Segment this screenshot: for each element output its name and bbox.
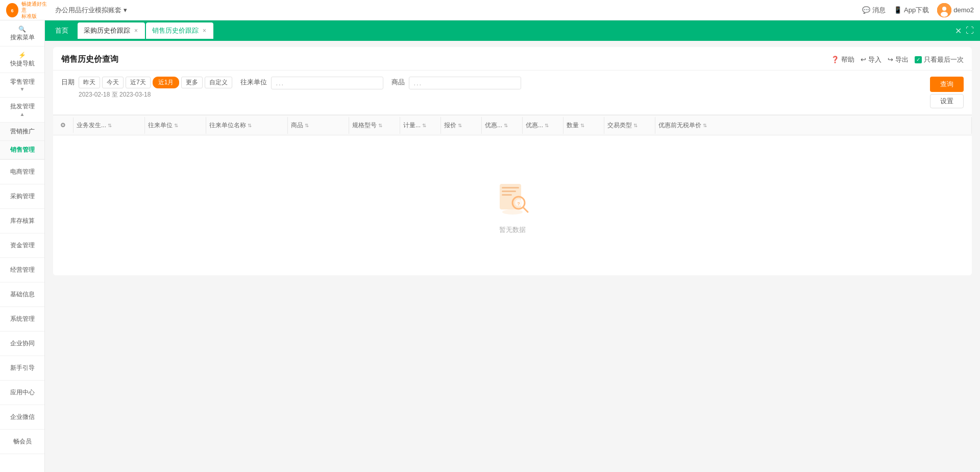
sort-icon-qty: ⇅	[580, 123, 584, 128]
th-spec[interactable]: 规格型号 ⇅	[349, 117, 400, 134]
th-gear[interactable]: ⚙	[53, 117, 74, 133]
tab-close-purchase[interactable]: ×	[133, 27, 139, 35]
sidebar-item-quick-nav[interactable]: ⚡ 快捷导航	[0, 46, 44, 73]
th-product[interactable]: 商品 ⇅	[288, 117, 349, 134]
tab-sales-history[interactable]: 销售历史价跟踪 ×	[146, 22, 213, 39]
sidebar-item-inventory[interactable]: 库存核算	[0, 209, 44, 233]
settings-button[interactable]: 设置	[930, 94, 964, 108]
th-unit-code[interactable]: 往来单位 ⇅	[145, 117, 206, 134]
query-button[interactable]: 查询	[930, 77, 964, 92]
date-btn-7days[interactable]: 近7天	[126, 77, 151, 88]
wholesale-submenu: 营销推广 销售管理	[0, 123, 44, 160]
sidebar-item-retail[interactable]: 零售管理 ▼	[0, 73, 44, 98]
th-discount1[interactable]: 优惠... ⇅	[482, 117, 523, 134]
help-action[interactable]: ❓ 帮助	[831, 55, 854, 64]
svg-rect-8	[502, 191, 516, 192]
product-label: 商品	[391, 77, 405, 87]
date-btn-today[interactable]: 今天	[102, 77, 124, 88]
sidebar-item-sales-mgmt[interactable]: 销售管理	[0, 141, 44, 159]
only-last-checkbox-group[interactable]: ✓ 只看最后一次	[915, 55, 964, 64]
sidebar-item-guide[interactable]: 新手引导	[0, 356, 44, 381]
sort-icon-unit-code: ⇅	[174, 123, 178, 128]
phone-icon: 📱	[894, 6, 902, 14]
close-tab-btn[interactable]: ✕	[955, 26, 962, 36]
sidebar-item-member[interactable]: 畅会员	[0, 430, 44, 454]
message-action[interactable]: 💬 消息	[862, 6, 886, 15]
date-btn-1month[interactable]: 近1月	[153, 77, 180, 88]
export-action[interactable]: ↪ 导出	[888, 55, 909, 64]
th-quantity[interactable]: 数量 ⇅	[564, 117, 604, 134]
workspace-selector[interactable]: 办公用品行业模拟账套 ▾	[51, 4, 131, 17]
th-uom[interactable]: 计量... ⇅	[400, 117, 441, 134]
sidebar: 🔍 搜索菜单 ⚡ 快捷导航 零售管理 ▼ 批发管理 ▲ 营销推广 销售管理 电商…	[0, 20, 45, 472]
svg-line-12	[523, 207, 528, 212]
app-download-action[interactable]: 📱 App下载	[894, 6, 929, 15]
th-unit-name[interactable]: 往来单位名称 ⇅	[206, 117, 288, 134]
user-profile[interactable]: demo2	[937, 3, 974, 17]
th-pretax-price[interactable]: 优惠前无税单价 ⇅	[655, 117, 972, 134]
tab-home[interactable]: 首页	[47, 22, 77, 39]
sidebar-item-finance[interactable]: 资金管理	[0, 233, 44, 258]
svg-point-4	[941, 12, 948, 17]
filter-actions: 查询 设置	[930, 77, 964, 108]
quick-nav-icon: ⚡	[18, 52, 26, 59]
sort-icon-discount1: ⇅	[504, 123, 508, 128]
export-icon: ↪	[888, 56, 893, 63]
import-action[interactable]: ↩ 导入	[861, 55, 881, 64]
th-discount2[interactable]: 优惠... ⇅	[523, 117, 564, 134]
sidebar-item-app-center[interactable]: 应用中心	[0, 381, 44, 405]
logo-text: 畅捷通好生意 标准版	[21, 1, 47, 19]
svg-rect-7	[502, 187, 519, 188]
product-filter-group: 商品 ...	[391, 77, 521, 89]
date-range: 2023-02-18 至 2023-03-18	[79, 90, 232, 99]
logo-icon: 6	[6, 3, 18, 17]
th-price[interactable]: 报价 ⇅	[441, 117, 482, 134]
sort-icon-product: ⇅	[305, 123, 309, 128]
date-buttons: 昨天 今天 近7天 近1月 更多 自定义	[79, 77, 232, 88]
sidebar-item-basic-info[interactable]: 基础信息	[0, 282, 44, 307]
page-header-actions: ❓ 帮助 ↩ 导入 ↪ 导出 ✓ 只看最后一次	[831, 55, 964, 64]
sort-icon-price: ⇅	[458, 123, 462, 128]
page-header: 销售历史价查询 ❓ 帮助 ↩ 导入 ↪ 导出	[53, 47, 972, 70]
date-btn-yesterday[interactable]: 昨天	[79, 77, 100, 88]
sidebar-item-wholesale[interactable]: 批发管理 ▲	[0, 98, 44, 122]
sidebar-item-cooperation[interactable]: 企业协同	[0, 332, 44, 356]
tab-close-sales[interactable]: ×	[202, 27, 207, 35]
date-label: 日期	[61, 77, 75, 87]
sidebar-item-system[interactable]: 系统管理	[0, 307, 44, 332]
date-filter-group: 日期 昨天 今天 近7天 近1月 更多 自定义 2023-02-18 至 202…	[61, 77, 232, 99]
sort-icon-unit-name: ⇅	[248, 123, 252, 128]
search-icon: 🔍	[18, 26, 26, 33]
sidebar-item-ecommerce[interactable]: 电商管理	[0, 160, 44, 184]
product-dots: ...	[413, 79, 422, 87]
date-btn-more[interactable]: 更多	[181, 77, 203, 88]
sidebar-item-search[interactable]: 🔍 搜索菜单	[0, 20, 44, 46]
page-card: 销售历史价查询 ❓ 帮助 ↩ 导入 ↪ 导出	[53, 47, 972, 275]
svg-text:?: ?	[517, 201, 520, 206]
tab-purchase-history[interactable]: 采购历史价跟踪 ×	[78, 22, 145, 39]
th-trade-type[interactable]: 交易类型 ⇅	[604, 117, 655, 134]
partner-dots: ...	[276, 79, 284, 87]
sidebar-item-operations[interactable]: 经营管理	[0, 258, 44, 282]
table-header: ⚙ 业务发生... ⇅ 往来单位 ⇅ 往来单位名称 ⇅	[53, 115, 972, 135]
product-input[interactable]: ...	[409, 77, 521, 89]
sort-icon-notax: ⇅	[703, 123, 707, 128]
main-layout: 🔍 搜索菜单 ⚡ 快捷导航 零售管理 ▼ 批发管理 ▲ 营销推广 销售管理 电商…	[0, 20, 980, 472]
th-date[interactable]: 业务发生... ⇅	[74, 117, 145, 134]
empty-state: ? 暂无数据	[53, 135, 972, 275]
sidebar-item-marketing[interactable]: 营销推广	[0, 123, 44, 141]
import-icon: ↩	[861, 56, 866, 63]
tab-bar: 首页 采购历史价跟踪 × 销售历史价跟踪 × ✕ ⛶	[45, 20, 980, 41]
maximize-btn[interactable]: ⛶	[966, 26, 974, 35]
sort-icon-spec: ⇅	[378, 123, 382, 128]
date-btn-custom[interactable]: 自定义	[205, 77, 232, 88]
sidebar-item-wechat[interactable]: 企业微信	[0, 405, 44, 430]
svg-rect-9	[502, 194, 512, 196]
empty-text: 暂无数据	[499, 225, 526, 234]
partner-label: 往来单位	[240, 77, 267, 87]
partner-input[interactable]: ...	[271, 77, 383, 89]
filter-area: 日期 昨天 今天 近7天 近1月 更多 自定义 2023-02-18 至 202…	[53, 70, 972, 115]
sort-icon-date: ⇅	[108, 123, 112, 128]
sidebar-item-purchase[interactable]: 采购管理	[0, 184, 44, 209]
svg-point-3	[942, 7, 946, 11]
